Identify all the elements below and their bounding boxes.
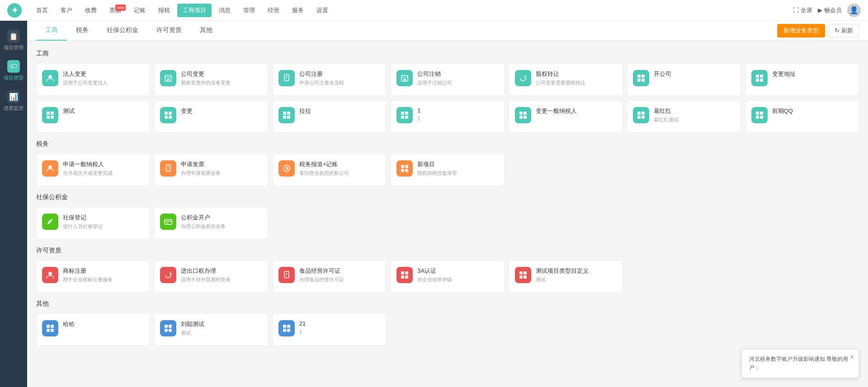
new-type-button[interactable]: 新增业务类型 — [777, 24, 825, 37]
card[interactable]: 拉拉 — [273, 100, 386, 133]
card[interactable]: 刘聪测试 测试 — [154, 313, 268, 346]
card-content: 新项目 报税加税控盘保管 — [417, 160, 498, 177]
svg-rect-24 — [401, 112, 404, 115]
sub-tab-工商[interactable]: 工商 — [36, 21, 67, 41]
card-content: 进出口权办理 适用于对外贸易经营者 — [181, 267, 262, 283]
card-content: 税务报道+记账 拿到营业执照的新公司 — [299, 160, 380, 177]
card-content: 哈哈 — [63, 320, 144, 330]
card-icon — [515, 107, 531, 123]
svg-rect-44 — [405, 165, 408, 168]
card[interactable]: 商标注册 用于企业商标注册服务 — [36, 260, 150, 293]
card-icon — [42, 214, 58, 230]
card[interactable]: 测试项目类型目定义 测试 — [509, 260, 623, 293]
card[interactable]: 申请一般纳税人 当月或次月成变更完成 — [36, 154, 150, 186]
card-title: 葛红红 — [654, 107, 735, 115]
card-icon — [396, 160, 413, 177]
sub-tab-社保公积金[interactable]: 社保公积金 — [98, 21, 147, 41]
card[interactable]: 公司注册 申请公司注册全流程 — [273, 63, 386, 96]
cards-grid-shuiwu: 申请一般纳税人 当月或次月成变更完成 申请发票 办理申请发票业务 税务报道+记账… — [36, 154, 859, 186]
card[interactable]: 进出口权办理 适用于对外贸易经营者 — [154, 260, 268, 293]
card-content: 1 1 — [417, 107, 498, 122]
svg-rect-27 — [405, 116, 408, 119]
nav-item-收费[interactable]: 收费 — [80, 4, 102, 17]
nav-item-客户[interactable]: 客户 — [55, 4, 78, 17]
svg-rect-8 — [756, 75, 759, 78]
card[interactable]: 社保登记 进行人员社保登记 — [36, 207, 150, 239]
card[interactable]: 测试 — [36, 100, 150, 133]
card-content: 3A认证 对企业信誉评级 — [417, 267, 498, 283]
nav-item-服务[interactable]: 服务 — [287, 4, 309, 17]
nav-item-消息[interactable]: 消息 — [213, 4, 236, 17]
nav-item-报税[interactable]: 报税 — [153, 4, 175, 17]
card[interactable]: 公积金开户 办理公积金相关业务 — [154, 207, 268, 239]
cards-grid-gongshang: 法人变更 适用于公司变更法人 公司变更 股权变更外的业务变更 公司注册 申请公司… — [36, 63, 859, 133]
svg-rect-7 — [642, 79, 645, 82]
refresh-icon: ↻ — [835, 27, 840, 34]
card-content: 公司注销 适用于注销公司 — [417, 70, 498, 86]
card[interactable]: 1 1 — [391, 100, 504, 133]
card-title: 刘聪测试 — [181, 320, 262, 328]
card[interactable]: 变更一般纳税人 — [509, 100, 623, 133]
card[interactable]: 变更 — [154, 100, 268, 133]
card[interactable]: 食品经营许可证 办理食品经营许可证 — [273, 260, 386, 293]
card-icon — [515, 70, 531, 86]
nav-item-工商项目[interactable]: 工商项目 — [177, 4, 212, 17]
card-icon — [160, 70, 176, 86]
card[interactable]: 公司注销 适用于注销公司 — [391, 63, 504, 96]
sidebar-label: 项目类型 — [4, 75, 24, 81]
top-nav: ✦ 首页客户收费票据new记账报税工商项目消息管理经营服务设置 ⛶ 全屏 ▶ 畅… — [0, 0, 868, 21]
member-btn[interactable]: ▶ 畅会员 — [818, 6, 842, 14]
nav-item-首页[interactable]: 首页 — [31, 4, 53, 17]
card[interactable]: 申请发票 办理申请发票业务 — [154, 154, 268, 186]
section-title-xuke: 许可资质 — [36, 247, 859, 255]
svg-rect-59 — [47, 325, 50, 328]
card-content: 测试 — [63, 107, 144, 117]
card-desc: 适用于公司变更法人 — [63, 79, 144, 86]
card[interactable]: 3A认证 对企业信誉评级 — [391, 260, 504, 293]
sidebar-item-项目管理[interactable]: 📋项目管理 — [0, 25, 27, 56]
card[interactable]: 变更地址 — [745, 63, 859, 96]
svg-rect-38 — [756, 116, 759, 119]
sub-tab-税务[interactable]: 税务 — [67, 21, 98, 41]
svg-rect-43 — [401, 165, 404, 168]
card-content: 变更地址 — [772, 70, 853, 79]
card[interactable]: 开公司 — [627, 63, 741, 96]
notification-close[interactable]: × — [850, 353, 854, 361]
card[interactable]: 税务报道+记账 拿到营业执照的新公司 — [273, 154, 386, 186]
card-content: 测试项目类型目定义 测试 — [536, 267, 617, 283]
fullscreen-btn[interactable]: ⛶ 全屏 — [793, 6, 812, 14]
notification-text: 河北税务数字账户升级影响通知 尊敬的用户： — [749, 355, 851, 372]
card[interactable]: 葛红红 葛红红测试 — [627, 100, 741, 133]
card-desc: 适用于注销公司 — [417, 79, 498, 86]
sidebar-item-进度监控[interactable]: 📊进度监控 — [0, 86, 27, 116]
svg-rect-47 — [165, 219, 172, 224]
sub-tab-许可资质[interactable]: 许可资质 — [147, 21, 191, 41]
avatar[interactable]: 👤 — [847, 4, 861, 17]
sidebar-item-项目类型[interactable]: 🏷项目类型 — [0, 56, 27, 86]
svg-rect-37 — [760, 112, 763, 115]
card[interactable]: 法人变更 适用于公司变更法人 — [36, 63, 150, 96]
nav-item-设置[interactable]: 设置 — [311, 4, 334, 17]
card[interactable]: 新项目 报税加税控盘保管 — [391, 154, 504, 186]
sub-tabs-left: 工商税务社保公积金许可资质其他 — [36, 21, 222, 40]
card-desc: 申请公司注册全流程 — [299, 79, 380, 86]
card[interactable]: 股权转让 公司变更需要股权转让 — [509, 63, 623, 96]
card[interactable]: 公司变更 股权变更外的业务变更 — [154, 63, 268, 96]
card-icon — [633, 107, 649, 123]
svg-rect-64 — [169, 325, 172, 328]
card-title: 进出口权办理 — [181, 267, 262, 275]
nav-item-记账[interactable]: 记账 — [128, 4, 151, 17]
svg-rect-3 — [401, 75, 408, 81]
card[interactable]: 21 1 — [273, 313, 386, 346]
sub-tab-其他[interactable]: 其他 — [191, 21, 222, 41]
svg-rect-1 — [165, 75, 171, 81]
card-content: 刘聪测试 测试 — [181, 320, 262, 336]
card[interactable]: 前期QQ — [745, 100, 859, 133]
card[interactable]: 哈哈 — [36, 313, 150, 346]
nav-item-管理[interactable]: 管理 — [238, 4, 260, 17]
svg-rect-69 — [283, 329, 286, 332]
refresh-button[interactable]: ↻ 刷新 — [829, 24, 859, 37]
nav-item-经营[interactable]: 经营 — [262, 4, 285, 17]
card-desc: 公司变更需要股权转让 — [536, 79, 617, 86]
nav-item-票据[interactable]: 票据new — [104, 4, 127, 17]
